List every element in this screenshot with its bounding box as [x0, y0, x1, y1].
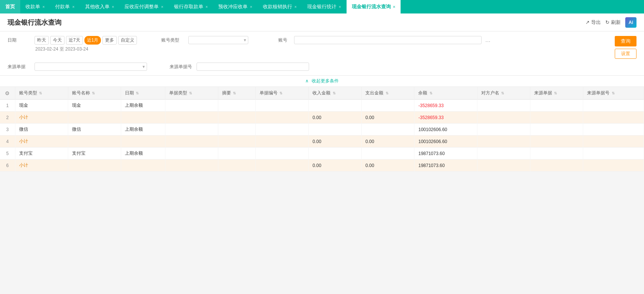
cell-balance: -3528659.33 — [414, 112, 477, 124]
date-today[interactable]: 今天 — [50, 36, 65, 45]
nav-cash-flow[interactable]: 现金银行流水查询 × — [347, 0, 401, 13]
nav-home[interactable]: 首页 — [0, 0, 20, 13]
col-account-type[interactable]: 账号类型 ⇅ — [15, 87, 68, 100]
source-doc-select-wrapper — [35, 63, 147, 71]
column-settings-icon[interactable]: ⚙ — [5, 90, 10, 96]
col-date[interactable]: 日期 ⇅ — [121, 87, 165, 100]
cell-income: 0.00 — [309, 112, 362, 124]
cell-summary — [218, 148, 256, 160]
export-icon: ↗ — [585, 19, 590, 25]
date-7days[interactable]: 近7天 — [66, 36, 83, 45]
data-table-container: ⚙ 账号类型 ⇅ 账号名称 ⇅ 日期 ⇅ 单据类型 ⇅ — [0, 87, 644, 172]
date-yesterday[interactable]: 昨天 — [35, 36, 49, 45]
cell-balance: 100102606.60 — [414, 136, 477, 148]
top-navigation: 首页 收款单 × 付款单 × 其他收入单 × 应收应付调整单 × 银行存取款单 … — [0, 0, 644, 13]
close-writeoff-icon[interactable]: × — [294, 4, 297, 9]
page-title: 现金银行流水查询 — [8, 18, 62, 27]
sort-source-doc-icon: ⇅ — [554, 91, 557, 95]
col-counterparty[interactable]: 对方户名 ⇅ — [477, 87, 530, 100]
cell-balance: -3528659.33 — [414, 100, 477, 112]
table-row: 4 小计 0.00 0.00 100102606.60 — [0, 136, 644, 148]
close-payment-icon[interactable]: × — [72, 4, 74, 9]
collapse-filters-bar[interactable]: ∧ 收起更多条件 — [0, 76, 644, 87]
cell-source-doc-no — [583, 148, 644, 160]
nav-receipt[interactable]: 收款单 × — [20, 0, 50, 13]
source-doc-select[interactable] — [35, 63, 147, 71]
cell-expense: 0.00 — [362, 160, 414, 172]
cell-index: 1 — [0, 100, 15, 112]
source-doc-no-input[interactable] — [197, 63, 309, 71]
cell-summary — [218, 160, 256, 172]
sort-source-doc-no-icon: ⇅ — [612, 91, 615, 95]
settings-button[interactable]: 设置 — [615, 49, 636, 59]
close-other-income-icon[interactable]: × — [112, 4, 114, 9]
cell-balance: 100102606.60 — [414, 124, 477, 136]
col-doc-type[interactable]: 单据类型 ⇅ — [165, 87, 218, 100]
nav-ar-ap-adjust[interactable]: 应收应付调整单 × — [119, 0, 168, 13]
refresh-icon: ↻ — [605, 19, 609, 25]
col-balance[interactable]: 余额 ⇅ — [414, 87, 477, 100]
close-cash-stats-icon[interactable]: × — [339, 4, 341, 9]
cell-summary — [218, 124, 256, 136]
close-receipt-icon[interactable]: × — [42, 4, 45, 9]
cell-account-type: 支付宝 — [15, 148, 68, 160]
ai-button[interactable]: Ai — [625, 17, 636, 28]
col-source-doc[interactable]: 来源单据 ⇅ — [530, 87, 583, 100]
cell-date: 上期余额 — [121, 100, 165, 112]
cell-source-doc — [530, 100, 583, 112]
cell-summary — [218, 100, 256, 112]
cell-doc-no — [256, 160, 309, 172]
col-doc-no[interactable]: 单据编号 ⇅ — [256, 87, 309, 100]
cell-index: 6 — [0, 160, 15, 172]
sort-counterparty-icon: ⇅ — [501, 91, 504, 95]
nav-prepay[interactable]: 预收冲应收单 × — [213, 0, 257, 13]
account-dots[interactable]: ... — [485, 37, 490, 43]
cell-expense: 0.00 — [362, 136, 414, 148]
close-bank-icon[interactable]: × — [206, 4, 208, 9]
cell-account-name: 支付宝 — [68, 148, 121, 160]
cell-account-type: 小计 — [15, 160, 68, 172]
cell-source-doc — [530, 148, 583, 160]
cell-source-doc-no — [583, 100, 644, 112]
account-type-select[interactable] — [188, 36, 248, 44]
cell-expense — [362, 148, 414, 160]
nav-other-income[interactable]: 其他收入单 × — [80, 0, 119, 13]
cell-counterparty — [477, 148, 530, 160]
close-prepay-icon[interactable]: × — [250, 4, 252, 9]
export-button[interactable]: ↗ 导出 — [585, 19, 601, 26]
nav-bank-deposit[interactable]: 银行存取款单 × — [169, 0, 213, 13]
date-more[interactable]: 更多 — [102, 36, 117, 45]
nav-cash-stats[interactable]: 现金银行统计 × — [302, 0, 346, 13]
nav-writeoff[interactable]: 收款核销执行 × — [258, 0, 302, 13]
refresh-button[interactable]: ↻ 刷新 — [605, 19, 621, 26]
sort-account-type-icon: ⇅ — [39, 91, 42, 95]
table-row: 6 小计 0.00 0.00 19871073.60 — [0, 160, 644, 172]
col-source-doc-no[interactable]: 来源单据号 ⇅ — [583, 87, 644, 100]
cell-balance: 19871073.60 — [414, 148, 477, 160]
cell-account-type: 小计 — [15, 136, 68, 148]
close-ar-ap-icon[interactable]: × — [161, 4, 163, 9]
cell-expense — [362, 100, 414, 112]
date-filter-label: 日期 — [8, 37, 30, 43]
cell-account-name — [68, 160, 121, 172]
col-account-name[interactable]: 账号名称 ⇅ — [68, 87, 121, 100]
col-income[interactable]: 收入金额 ⇅ — [309, 87, 362, 100]
close-cash-flow-icon[interactable]: × — [393, 4, 395, 9]
cell-doc-type — [165, 100, 218, 112]
col-settings[interactable]: ⚙ — [0, 87, 15, 100]
cell-doc-type — [165, 124, 218, 136]
nav-payment[interactable]: 付款单 × — [50, 0, 80, 13]
col-summary[interactable]: 摘要 ⇅ — [218, 87, 256, 100]
cell-summary — [218, 112, 256, 124]
cell-counterparty — [477, 100, 530, 112]
col-expense[interactable]: 支出金额 ⇅ — [362, 87, 414, 100]
account-input[interactable] — [294, 36, 482, 44]
query-button[interactable]: 查询 — [615, 36, 636, 46]
date-1month[interactable]: 近1月 — [84, 36, 101, 45]
collapse-label: 收起更多条件 — [312, 78, 339, 84]
cell-date: 上期余额 — [121, 124, 165, 136]
cell-doc-type — [165, 160, 218, 172]
cell-account-name — [68, 112, 121, 124]
cell-account-type: 小计 — [15, 112, 68, 124]
date-custom[interactable]: 自定义 — [118, 36, 137, 45]
